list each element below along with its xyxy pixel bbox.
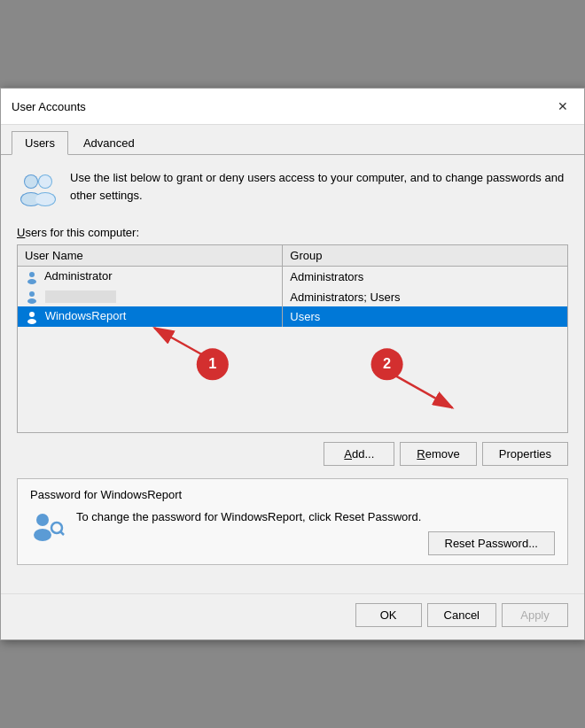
- add-button[interactable]: Add...: [324, 442, 394, 466]
- tabs-bar: Users Advanced: [1, 125, 584, 155]
- user-action-buttons: Add... Remove Properties: [17, 442, 568, 466]
- users-table-wrapper: User Name Group Adm: [17, 244, 568, 433]
- password-description: To change the password for WindowsReport…: [76, 508, 555, 526]
- table-row-empty: [18, 353, 568, 380]
- user-accounts-window: User Accounts ✕ Users Advanced: [0, 88, 585, 640]
- svg-line-24: [60, 531, 64, 535]
- table-row[interactable]: Administrators; Users: [18, 287, 568, 307]
- password-icon: [30, 508, 66, 544]
- user-icon: [25, 309, 45, 322]
- tab-users[interactable]: Users: [12, 131, 68, 155]
- info-row: Use the list below to grant or deny user…: [17, 169, 568, 212]
- svg-point-10: [29, 291, 35, 297]
- users-section-label: Users for this computer:: [17, 226, 568, 239]
- svg-point-8: [29, 272, 35, 277]
- svg-point-4: [25, 175, 37, 188]
- users-table: User Name Group Adm: [17, 244, 568, 433]
- password-section: Password for WindowsReport To change the…: [17, 478, 568, 565]
- table-row-empty: [18, 380, 568, 407]
- svg-point-9: [27, 279, 36, 284]
- svg-point-7: [35, 193, 55, 205]
- svg-point-11: [27, 298, 36, 304]
- window-title: User Accounts: [12, 100, 86, 113]
- password-inner: To change the password for WindowsReport…: [30, 508, 555, 555]
- properties-button[interactable]: Properties: [482, 442, 568, 466]
- table-row-empty: [18, 327, 568, 353]
- table-row-empty: [18, 407, 568, 433]
- table-row-selected[interactable]: WindowsReport Users: [18, 306, 568, 327]
- svg-point-22: [34, 529, 51, 541]
- remove-button[interactable]: Remove: [400, 442, 476, 466]
- tab-content: Use the list below to grant or deny user…: [1, 155, 584, 593]
- svg-point-21: [36, 514, 49, 526]
- table-row[interactable]: Administrator Administrators: [18, 267, 568, 287]
- col-group: Group: [283, 245, 568, 267]
- user-icon: [25, 290, 45, 303]
- info-description: Use the list below to grant or deny user…: [70, 169, 568, 204]
- svg-point-12: [29, 312, 35, 317]
- apply-button[interactable]: Apply: [502, 603, 568, 627]
- tab-advanced[interactable]: Advanced: [70, 131, 148, 155]
- user-icon: [25, 269, 44, 283]
- ok-button[interactable]: OK: [355, 603, 422, 627]
- reset-password-button[interactable]: Reset Password...: [428, 531, 556, 555]
- svg-point-13: [27, 319, 36, 324]
- svg-point-6: [39, 175, 51, 188]
- users-icon: [17, 169, 59, 212]
- footer-buttons: OK Cancel Apply: [1, 593, 584, 639]
- password-section-title: Password for WindowsReport: [30, 488, 555, 501]
- title-bar: User Accounts ✕: [1, 89, 584, 125]
- cancel-button[interactable]: Cancel: [427, 603, 496, 627]
- close-button[interactable]: ✕: [552, 96, 573, 117]
- col-username: User Name: [18, 245, 283, 267]
